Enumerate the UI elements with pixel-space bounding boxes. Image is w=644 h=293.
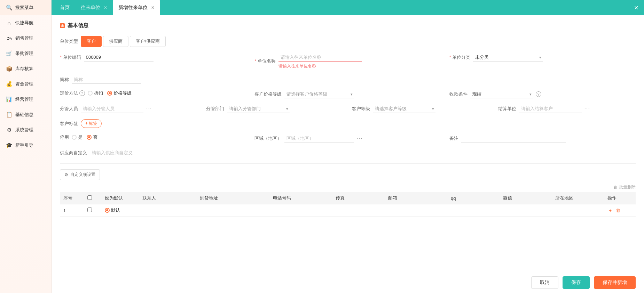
unit-type-label: 单位类型 — [60, 38, 78, 44]
operations-icon: 📊 — [6, 96, 13, 103]
sidebar-item-inventory[interactable]: 📦 库存核算 — [0, 61, 51, 76]
table-actions: 🗑 批量删除 — [60, 184, 636, 190]
cell-region[interactable] — [552, 204, 604, 217]
sidebar-item-quicknav[interactable]: ⌂ 快捷导航 — [0, 15, 51, 31]
cell-email[interactable] — [385, 204, 447, 217]
divider — [60, 163, 636, 164]
customer-price-select[interactable]: 请选择客户价格等级 — [284, 90, 354, 98]
short-name-input[interactable] — [72, 75, 141, 84]
custom-settings-btn[interactable]: ⚙ 自定义项设置 — [60, 169, 100, 180]
sidebar-item-basic[interactable]: 📋 基础信息 — [0, 107, 51, 122]
supplier-custom-input[interactable] — [90, 149, 187, 157]
manager-input[interactable] — [81, 105, 143, 113]
unit-category-select[interactable]: 未分类 — [473, 53, 543, 62]
pricing-discount-label: 折扣 — [94, 90, 103, 96]
pricing-discount-radio[interactable]: 折扣 — [88, 90, 103, 96]
col-seq: 序号 — [60, 192, 84, 204]
unit-code-input[interactable] — [84, 53, 154, 62]
qq-input[interactable] — [451, 208, 479, 213]
sidebar-item-purchase[interactable]: 🛒 采购管理 — [0, 46, 51, 61]
region-group: 区域（地区） ··· — [254, 134, 441, 143]
settlement-dots-btn[interactable]: ··· — [584, 106, 590, 112]
wechat-input[interactable] — [503, 208, 531, 213]
guide-icon: 🎓 — [6, 142, 13, 149]
save-btn[interactable]: 保存 — [563, 276, 590, 289]
disabled-no-radio[interactable]: 否 — [87, 134, 97, 140]
cell-qq[interactable] — [447, 204, 500, 217]
contact-input[interactable] — [142, 208, 174, 213]
cell-contact[interactable] — [139, 204, 196, 217]
region-cell-input[interactable] — [555, 208, 583, 213]
region-input[interactable] — [284, 134, 354, 143]
address-input[interactable] — [200, 208, 242, 213]
sidebar-item-search[interactable]: 🔍 搜索菜单 — [0, 0, 51, 15]
customer-level-select[interactable]: 请选择客户等级 — [373, 105, 435, 113]
pricing-level-radio[interactable]: 价格等级 — [107, 90, 132, 96]
fax-input[interactable] — [336, 208, 363, 213]
tab-new-partner[interactable]: 新增往来单位 ✕ — [113, 0, 160, 15]
unit-name-error: 请输入往来单位名称 — [278, 63, 362, 69]
cancel-btn[interactable]: 取消 — [531, 276, 558, 289]
batch-delete-btn[interactable]: 🗑 批量删除 — [613, 184, 636, 190]
purchase-icon: 🛒 — [6, 50, 13, 57]
supplier-custom-group: 供应商自定义 — [60, 149, 636, 157]
type-btn-customer[interactable]: 客户 — [81, 36, 102, 47]
row-checkbox[interactable] — [87, 207, 92, 212]
col-fax: 传真 — [332, 192, 384, 204]
manager-dots-btn[interactable]: ··· — [146, 106, 152, 112]
default-radio[interactable]: 默认 — [105, 207, 135, 213]
cell-fax[interactable] — [332, 204, 384, 217]
default-label: 默认 — [111, 207, 120, 213]
add-tag-btn[interactable]: + 标签 — [81, 119, 102, 128]
select-all-checkbox[interactable] — [87, 195, 92, 200]
tab-partners[interactable]: 往来单位 ✕ — [75, 0, 113, 15]
section-header: 基 基本信息 — [60, 22, 636, 29]
phone-input[interactable] — [273, 208, 308, 213]
unit-type-buttons: 客户 供应商 客户/供应商 — [81, 36, 166, 47]
unit-code-label: 单位编码 — [60, 54, 81, 60]
sidebar-item-operations[interactable]: 📊 经营管理 — [0, 92, 51, 107]
tab-new-partner-close[interactable]: ✕ — [151, 5, 155, 10]
pricing-radio-group: 折扣 价格等级 — [88, 90, 132, 96]
type-btn-both[interactable]: 客户/供应商 — [130, 36, 166, 47]
customer-tag-label: 客户标签 — [60, 121, 78, 127]
tab-bar: 首页 往来单位 ✕ 新增往来单位 ✕ ✕ — [52, 0, 644, 15]
cell-phone[interactable] — [269, 204, 332, 217]
pricing-row: 定价方法 ? 折扣 价格等级 客户价格等级 — [60, 90, 636, 98]
manager-group: 分管人员 ··· — [60, 105, 198, 113]
unit-category-label: 单位分类 — [449, 54, 471, 60]
payment-help-icon[interactable]: ? — [536, 91, 541, 97]
cell-address[interactable] — [196, 204, 269, 217]
window-close-icon[interactable]: ✕ — [631, 3, 641, 13]
home-icon: ⌂ — [6, 19, 13, 26]
save-new-btn[interactable]: 保存并新增 — [594, 276, 636, 289]
tab-partners-close[interactable]: ✕ — [104, 5, 107, 10]
email-input[interactable] — [388, 208, 423, 213]
settlement-label: 结算单位 — [498, 106, 516, 112]
unit-name-input[interactable] — [278, 53, 362, 62]
contact-table: 序号 设为默认 联系人 到货地址 电话号码 传真 邮箱 qq 微信 所在地区 操… — [60, 192, 636, 217]
sidebar-item-sales[interactable]: 🛍 销售管理 — [0, 31, 51, 46]
department-select[interactable]: 请输入分管部门 — [227, 105, 290, 113]
delete-row-btn[interactable]: 🗑 — [616, 208, 620, 213]
type-btn-supplier[interactable]: 供应商 — [103, 36, 128, 47]
settlement-input[interactable] — [519, 105, 582, 113]
region-dots-btn[interactable]: ··· — [357, 135, 362, 141]
customer-tag-row: 客户标签 + 标签 — [60, 119, 636, 128]
tab-home[interactable]: 首页 — [54, 0, 75, 15]
payment-terms-select[interactable]: 现结 — [470, 90, 533, 98]
customer-price-label: 客户价格等级 — [254, 91, 282, 97]
sidebar-item-finance[interactable]: 💰 资金管理 — [0, 76, 51, 92]
sidebar-item-guide[interactable]: 🎓 新手引导 — [0, 138, 51, 153]
add-row-btn[interactable]: + — [609, 208, 612, 213]
remark-input[interactable] — [461, 134, 566, 143]
col-qq: qq — [447, 192, 500, 204]
tab-new-partner-label: 新增往来单位 — [118, 5, 148, 11]
footer: 取消 保存 保存并新增 — [52, 272, 644, 293]
sidebar-item-system[interactable]: ⚙ 系统管理 — [0, 122, 51, 138]
disabled-yes-radio[interactable]: 是 — [72, 134, 83, 140]
main-area: 首页 往来单位 ✕ 新增往来单位 ✕ ✕ 基 基本信息 单位类型 客户 供应商 — [52, 0, 644, 293]
pricing-help-icon[interactable]: ? — [79, 90, 85, 96]
short-name-label: 简称 — [60, 76, 69, 83]
cell-wechat[interactable] — [500, 204, 552, 217]
